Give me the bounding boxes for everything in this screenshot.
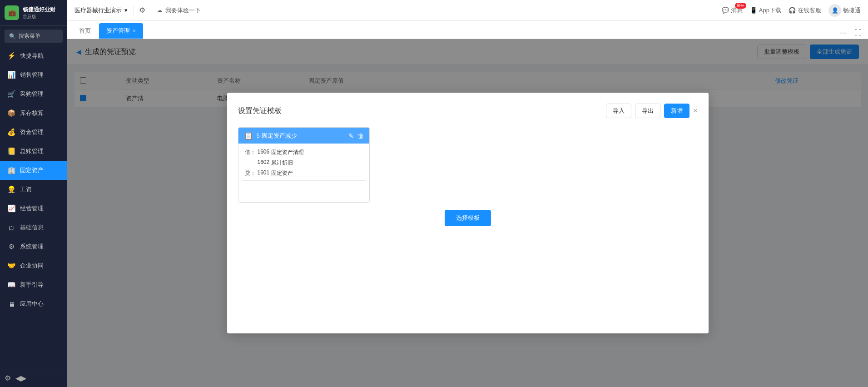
user-avatar: 👤 [828, 4, 841, 17]
management-label: 经营管理 [20, 204, 44, 213]
entry-code-1: 1606 [258, 149, 270, 156]
sidebar-item-sales[interactable]: 📊 销售管理 [0, 65, 67, 84]
content-area: ◀ 生成的凭证预览 批量调整模板 全部生成凭证 变动类型 资产名称 [67, 39, 868, 387]
template-card-body: 借： 1606 固定资产清理 1602 累计折旧 [238, 144, 369, 202]
tab-close-button[interactable]: × [133, 28, 136, 34]
template-card-actions: ✎ 🗑 [348, 132, 364, 139]
template-card-header: 📋 5-固定资产减少 ✎ 🗑 [238, 128, 369, 144]
message-badge: 99+ [735, 3, 746, 9]
tab-maximize-button[interactable]: ⛶ [853, 27, 863, 39]
guide-label: 新手引导 [20, 281, 44, 289]
template-edit-button[interactable]: ✎ [348, 132, 354, 139]
sales-label: 销售管理 [20, 71, 44, 79]
inventory-label: 库存核算 [20, 109, 44, 117]
sidebar-item-salary[interactable]: 👷 工资 [0, 180, 67, 199]
company-dropdown-icon: ▾ [124, 7, 128, 14]
fixed-assets-label: 固定资产 [20, 166, 44, 174]
search-icon: 🔍 [9, 33, 16, 40]
company-name: 医疗器械行业演示 [74, 6, 122, 15]
template-card-1[interactable]: 📋 5-固定资产减少 ✎ 🗑 借： [238, 127, 370, 203]
tab-controls: — ⛶ [838, 27, 863, 39]
sidebar-item-management[interactable]: 📈 经营管理 [0, 199, 67, 218]
sidebar-item-basic-info[interactable]: 🗂 基础信息 [0, 218, 67, 237]
sidebar-settings-button[interactable]: ⚙ [5, 374, 11, 382]
message-button[interactable]: 💬 消息 99+ [722, 6, 743, 15]
logo-title: 畅捷通好业财 [23, 6, 55, 14]
entry-type-1: 借： [245, 149, 256, 156]
sidebar-item-fund[interactable]: 💰 资金管理 [0, 123, 67, 142]
user-profile[interactable]: 👤 畅捷通 [828, 4, 861, 17]
sidebar-item-ledger[interactable]: 📒 总账管理 [0, 142, 67, 161]
new-template-button[interactable]: 新增 [664, 104, 689, 118]
app-header: 医疗器械行业演示 ▾ ⚙ ☁ 我要体验一下 💬 消息 99+ 📱 [67, 0, 868, 21]
template-grid: 📋 5-固定资产减少 ✎ 🗑 借： [238, 127, 698, 203]
header-settings-button[interactable]: ⚙ [139, 6, 145, 15]
tab-home[interactable]: 首页 [72, 23, 98, 39]
fixed-assets-icon: 🏢 [7, 166, 15, 174]
template-card-doc-icon: 📋 [244, 131, 253, 140]
template-entry-2: 1602 累计折旧 [242, 158, 366, 168]
sidebar-item-app-center[interactable]: 🖥 应用中心 [0, 294, 67, 313]
sidebar-item-purchase[interactable]: 🛒 采购管理 [0, 84, 67, 104]
company-selector[interactable]: 医疗器械行业演示 ▾ [74, 6, 128, 15]
basic-info-icon: 🗂 [7, 223, 15, 232]
quick-nav-label: 快捷导航 [20, 52, 44, 60]
modal-header: 设置凭证模板 导入 导出 新增 × [238, 104, 698, 118]
sidebar-item-guide[interactable]: 📖 新手引导 [0, 275, 67, 294]
entry-code-3: 1601 [258, 169, 270, 177]
export-button[interactable]: 导出 [635, 104, 660, 118]
sidebar: 💼 畅捷通好业财 普及版 🔍 搜索菜单 ⚡ 快捷导航 📊 销售管理 🛒 [0, 0, 67, 387]
sidebar-collapse-button[interactable]: ◀▶ [15, 374, 26, 382]
app-center-label: 应用中心 [20, 300, 44, 308]
salary-icon: 👷 [7, 185, 15, 194]
logo-text-area: 畅捷通好业财 普及版 [23, 6, 55, 20]
template-entry-3: 贷： 1601 固定资产 [242, 168, 366, 179]
template-card-header-left: 📋 5-固定资产减少 [244, 131, 298, 140]
customer-service-button[interactable]: 🎧 在线客服 [789, 6, 821, 15]
app-download-label: App下载 [759, 6, 781, 15]
sidebar-item-inventory[interactable]: 📦 库存核算 [0, 104, 67, 123]
sidebar-item-fixed-assets[interactable]: 🏢 固定资产 [0, 161, 67, 180]
entry-type-3: 贷： [245, 169, 256, 177]
enterprise-label: 企业协同 [20, 262, 44, 270]
purchase-label: 采购管理 [20, 90, 44, 98]
template-name: 固定资产减少 [262, 132, 297, 139]
tab-bar: 首页 资产管理 × — ⛶ [67, 21, 868, 39]
app-center-icon: 🖥 [7, 300, 15, 308]
tab-asset-management[interactable]: 资产管理 × [99, 23, 143, 39]
ledger-icon: 📒 [7, 147, 15, 155]
message-icon: 💬 [722, 7, 729, 14]
template-select-btn-area: 选择模板 [238, 210, 698, 226]
template-entry-1: 借： 1606 固定资产清理 [242, 147, 366, 158]
experience-icon: ☁ [157, 7, 163, 14]
select-template-button[interactable]: 选择模板 [445, 210, 491, 226]
logo-subtitle: 普及版 [23, 14, 55, 20]
set-template-modal: 设置凭证模板 导入 导出 新增 × 📋 [227, 93, 709, 333]
experience-button[interactable]: ☁ 我要体验一下 [157, 6, 201, 15]
sidebar-item-enterprise[interactable]: 🤝 企业协同 [0, 256, 67, 275]
import-button[interactable]: 导入 [606, 104, 631, 118]
app-download-icon: 📱 [750, 7, 757, 14]
inventory-icon: 📦 [7, 109, 15, 117]
modal-close-button[interactable]: × [693, 107, 697, 115]
entry-name-1: 固定资产清理 [271, 149, 304, 156]
tab-asset-label: 资产管理 [106, 27, 130, 35]
search-menu-button[interactable]: 🔍 搜索菜单 [5, 30, 63, 43]
search-menu-label: 搜索菜单 [19, 32, 40, 40]
template-delete-button[interactable]: 🗑 [357, 132, 364, 139]
tab-minimize-button[interactable]: — [838, 27, 849, 39]
system-icon: ⚙ [7, 243, 15, 251]
entry-type-2 [245, 159, 256, 167]
entry-name-2: 累计折旧 [271, 159, 293, 167]
sidebar-item-quick-nav[interactable]: ⚡ 快捷导航 [0, 46, 67, 65]
management-icon: 📈 [7, 204, 15, 213]
salary-label: 工资 [20, 185, 32, 194]
fund-label: 资金管理 [20, 128, 44, 136]
settings-gear-icon: ⚙ [139, 6, 145, 14]
modal-overlay: 设置凭证模板 导入 导出 新增 × 📋 [67, 39, 868, 387]
sidebar-item-system[interactable]: ⚙ 系统管理 [0, 237, 67, 256]
template-empty-row [242, 180, 366, 198]
app-download-button[interactable]: 📱 App下载 [750, 6, 781, 15]
entry-code-2: 1602 [258, 159, 270, 167]
ledger-label: 总账管理 [20, 147, 44, 155]
